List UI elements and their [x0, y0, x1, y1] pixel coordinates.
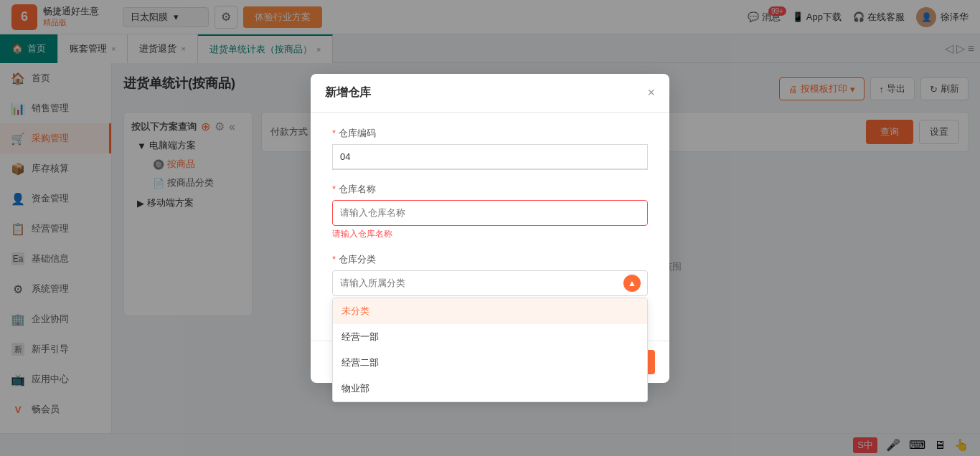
dropdown-item-property[interactable]: 物业部 — [333, 376, 647, 402]
modal-close-button[interactable]: × — [647, 86, 655, 99]
dropdown-item-ops1[interactable]: 经营一部 — [333, 324, 647, 350]
warehouse-category-input[interactable] — [332, 270, 648, 296]
warehouse-category-field: * 仓库分类 ▲ 未分类 经营一部 经营二部 物业部 — [332, 253, 648, 296]
warehouse-category-select-wrapper: ▲ 未分类 经营一部 经营二部 物业部 — [332, 270, 648, 296]
warehouse-code-field: * 仓库编码 — [332, 127, 648, 170]
warehouse-category-dropdown: 未分类 经营一部 经营二部 物业部 — [332, 298, 648, 402]
warehouse-code-label: * 仓库编码 — [332, 127, 648, 140]
dropdown-item-ops2[interactable]: 经营二部 — [333, 350, 647, 376]
warehouse-category-label: * 仓库分类 — [332, 253, 648, 266]
warehouse-name-error: 请输入仓库名称 — [332, 228, 648, 240]
warehouse-code-input[interactable] — [332, 144, 648, 170]
warehouse-category-arrow-icon[interactable]: ▲ — [623, 275, 641, 292]
dropdown-item-uncategorized[interactable]: 未分类 — [333, 298, 647, 324]
modal-body: * 仓库编码 * 仓库名称 请输入仓库名称 * 仓库分类 — [311, 113, 669, 341]
warehouse-name-input[interactable] — [332, 200, 648, 226]
warehouse-name-label: * 仓库名称 — [332, 183, 648, 196]
modal-overlay[interactable]: 新增仓库 × * 仓库编码 * 仓库名称 请输入仓库名称 — [0, 0, 980, 456]
modal-header: 新增仓库 × — [311, 74, 669, 113]
warehouse-name-field: * 仓库名称 请输入仓库名称 — [332, 183, 648, 240]
modal-new-warehouse: 新增仓库 × * 仓库编码 * 仓库名称 请输入仓库名称 — [311, 74, 669, 383]
modal-title: 新增仓库 — [325, 85, 371, 100]
